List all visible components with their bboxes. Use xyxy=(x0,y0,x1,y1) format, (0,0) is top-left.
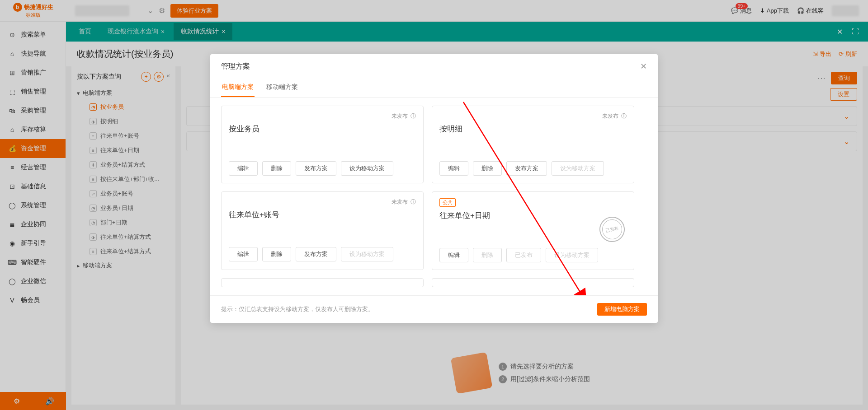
info-icon[interactable]: ⓘ xyxy=(410,112,416,120)
info-icon[interactable]: ⓘ xyxy=(410,198,416,206)
status-unpublished: 未发布 xyxy=(392,198,408,206)
edit-button[interactable]: 编辑 xyxy=(439,161,468,176)
manage-scheme-modal: 管理方案 ✕ 电脑端方案 移动端方案 未发布ⓘ 按业务员 编辑 删除 发布方案 … xyxy=(210,54,658,323)
publish-button[interactable]: 发布方案 xyxy=(296,161,336,176)
setmobile-button[interactable]: 设为移动方案 xyxy=(341,161,393,176)
scheme-card: 未发布ⓘ 按明细 编辑 删除 发布方案 设为移动方案 xyxy=(432,106,634,183)
delete-button: 删除 xyxy=(473,248,502,262)
status-unpublished: 未发布 xyxy=(602,112,618,120)
modal-hint: 提示：仅汇总表支持设为移动方案，仅发布人可删除方案。 xyxy=(221,305,374,313)
published-button: 已发布 xyxy=(506,248,541,262)
scheme-card-partial xyxy=(432,278,634,287)
delete-button[interactable]: 删除 xyxy=(262,247,291,261)
modal-tabs: 电脑端方案 移动端方案 xyxy=(210,79,658,98)
publish-button[interactable]: 发布方案 xyxy=(296,247,336,261)
modal-close-icon[interactable]: ✕ xyxy=(640,61,647,71)
card-title: 往来单位+账号 xyxy=(229,210,416,220)
modal-tab-mobile[interactable]: 移动端方案 xyxy=(265,79,299,97)
publish-button[interactable]: 发布方案 xyxy=(506,161,547,176)
info-icon[interactable]: ⓘ xyxy=(621,112,627,120)
setmobile-button: 设为移动方案 xyxy=(341,247,393,261)
edit-button[interactable]: 编辑 xyxy=(229,247,258,261)
card-title: 按明细 xyxy=(439,124,627,134)
status-unpublished: 未发布 xyxy=(392,112,408,120)
modal-title: 管理方案 xyxy=(221,62,250,71)
card-title: 按业务员 xyxy=(229,124,416,134)
public-tag: 公共 xyxy=(439,198,456,207)
card-title: 往来单位+日期 xyxy=(439,210,627,221)
add-desktop-scheme-button[interactable]: 新增电脑方案 xyxy=(597,303,647,316)
delete-button[interactable]: 删除 xyxy=(262,161,291,176)
scheme-card: 公共 往来单位+日期 已发布 编辑 删除 已发布 设为移动方案 xyxy=(432,191,634,270)
scheme-card: 未发布ⓘ 往来单位+账号 编辑 删除 发布方案 设为移动方案 xyxy=(221,191,424,270)
edit-button[interactable]: 编辑 xyxy=(439,248,468,262)
scheme-card: 未发布ⓘ 按业务员 编辑 删除 发布方案 设为移动方案 xyxy=(221,106,424,183)
modal-body: 未发布ⓘ 按业务员 编辑 删除 发布方案 设为移动方案 未发布ⓘ 按明细 编辑 … xyxy=(210,98,658,295)
modal-tab-desktop[interactable]: 电脑端方案 xyxy=(221,79,255,97)
edit-button[interactable]: 编辑 xyxy=(229,161,258,176)
modal-overlay[interactable]: 管理方案 ✕ 电脑端方案 移动端方案 未发布ⓘ 按业务员 编辑 删除 发布方案 … xyxy=(0,0,868,410)
setmobile-button: 设为移动方案 xyxy=(546,248,598,262)
delete-button[interactable]: 删除 xyxy=(473,161,502,176)
scheme-card-partial xyxy=(221,278,424,287)
setmobile-button: 设为移动方案 xyxy=(552,161,604,176)
